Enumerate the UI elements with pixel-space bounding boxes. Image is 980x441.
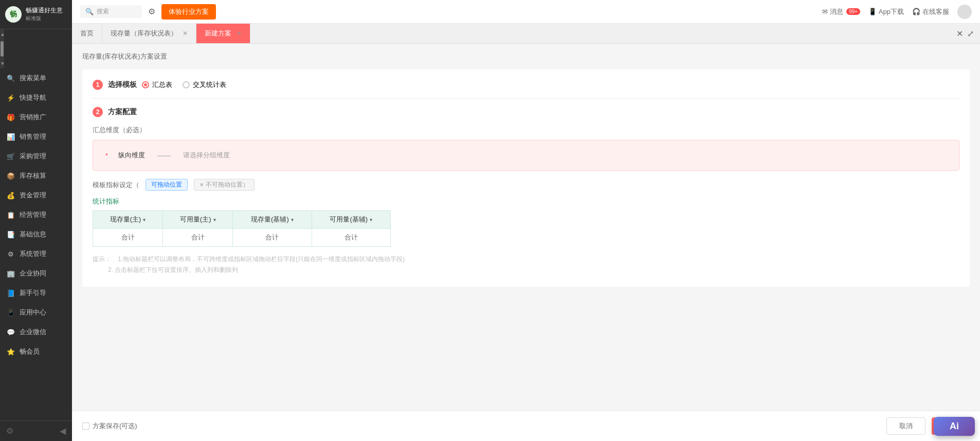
tab-new-plan[interactable]: 新建方案 ✕ xyxy=(196,24,250,43)
mobile-icon: 📱 xyxy=(868,8,877,15)
tab-home[interactable]: 首页 xyxy=(72,24,102,43)
inventory-icon: 📦 xyxy=(6,171,15,180)
headset-icon: 🎧 xyxy=(912,8,920,15)
save-checkbox[interactable] xyxy=(82,422,89,430)
topbar-settings-icon[interactable]: ⚙ xyxy=(148,7,155,16)
stats-section-label: 统计指标 xyxy=(93,197,959,206)
sidebar-item-quick-nav[interactable]: ⚡ 快捷导航 xyxy=(0,88,72,107)
messages-badge: 99+ xyxy=(846,8,860,15)
settings-footer-icon[interactable]: ⚙ xyxy=(6,426,13,436)
tab-close-inventory[interactable]: ✕ xyxy=(183,30,188,37)
sidebar-item-enterprise[interactable]: 🏢 企业协同 xyxy=(0,264,72,283)
step1-header: 1 选择模板 汇总表 交叉统计表 xyxy=(93,80,959,90)
settings-card: 1 选择模板 汇总表 交叉统计表 xyxy=(82,69,970,287)
topbar-right: ✉ 消息 99+ 📱 App下载 🎧 在线客服 xyxy=(822,5,972,19)
membership-icon: ⭐ xyxy=(6,347,15,356)
step2-number: 2 xyxy=(93,107,103,117)
app-edition: 标准版 xyxy=(26,15,63,22)
tips-prefix: 提示： xyxy=(93,255,116,263)
tab-inventory-status[interactable]: 现存量（库存状况表） ✕ xyxy=(102,24,196,43)
sidebar-item-label: 快捷导航 xyxy=(20,93,46,102)
topbar-search-placeholder: 搜索 xyxy=(97,7,109,16)
cancel-button[interactable]: 取消 xyxy=(886,417,925,435)
sidebar-item-membership[interactable]: ⭐ 畅会员 xyxy=(0,342,72,361)
col-header-4[interactable]: 可用量(基辅) ▾ xyxy=(312,211,390,229)
step1-number: 1 xyxy=(93,80,103,90)
page-title: 现存量(库存状况表)方案设置 xyxy=(82,52,970,61)
tip1: 提示： 1.拖动标题栏可以调整布局，不可跨维度或指标区域拖动栏目字段(只能在同一… xyxy=(93,255,959,264)
search-icon: 🔍 xyxy=(6,74,15,83)
collapse-sidebar-icon[interactable]: ◀ xyxy=(60,426,66,436)
sidebar-item-finance[interactable]: 💰 资金管理 xyxy=(0,186,72,205)
enterprise-icon: 🏢 xyxy=(6,269,15,278)
avatar[interactable] xyxy=(957,5,972,19)
sidebar-item-purchase[interactable]: 🛒 采购管理 xyxy=(0,146,72,166)
sidebar-item-marketing[interactable]: 🎁 营销推广 xyxy=(0,107,72,127)
radio-cross-label: 交叉统计表 xyxy=(193,80,226,89)
tip2: 2. 点击标题栏下拉可设置排序、插入列和删除列 xyxy=(93,266,959,274)
trial-btn[interactable]: 体验行业方案 xyxy=(161,4,216,20)
step2-title: 方案配置 xyxy=(108,107,137,117)
main-area: 🔍 搜索 ⚙ 体验行业方案 ✉ 消息 99+ 📱 App下载 🎧 在线客服 首页 xyxy=(72,0,980,441)
radio-cross[interactable]: 交叉统计表 xyxy=(183,80,226,89)
topbar-search[interactable]: 🔍 搜索 xyxy=(80,5,142,18)
sidebar-scrollbar: ▲ ▼ xyxy=(0,29,4,68)
vertical-dim-label: 纵向维度 xyxy=(118,151,145,160)
col-header-2[interactable]: 可用量(主) ▾ xyxy=(163,211,233,229)
ai-float-button[interactable]: Ai xyxy=(934,417,975,436)
indicator-setting-prefix: 模板指标设定（ xyxy=(93,180,139,190)
logo-icon: 畅 xyxy=(5,6,22,23)
quicknav-icon: ⚡ xyxy=(6,93,15,102)
app-name: 畅赚通好生意 xyxy=(26,7,63,15)
sidebar-item-label: 企业协同 xyxy=(20,269,46,278)
basicinfo-icon: 📑 xyxy=(6,230,15,239)
online-service-btn[interactable]: 🎧 在线客服 xyxy=(912,7,949,16)
col1-dropdown-arrow: ▾ xyxy=(143,217,146,223)
radio-summary[interactable]: 汇总表 xyxy=(142,80,172,89)
sidebar-item-operations[interactable]: 📋 经营管理 xyxy=(0,205,72,225)
cell-3: 合计 xyxy=(233,229,312,247)
sales-icon: 📊 xyxy=(6,132,15,141)
scroll-down[interactable]: ▼ xyxy=(0,59,4,68)
template-radio-group: 汇总表 交叉统计表 xyxy=(142,80,226,89)
sidebar-item-app-center[interactable]: 📱 应用中心 xyxy=(0,303,72,322)
app-download-btn[interactable]: 📱 App下载 xyxy=(868,7,904,16)
sidebar-item-system[interactable]: ⚙ 系统管理 xyxy=(0,244,72,264)
expand-panel-icon[interactable]: ⤢ xyxy=(967,29,974,39)
tab-close-new-plan[interactable]: ✕ xyxy=(237,30,242,37)
cell-2: 合计 xyxy=(163,229,233,247)
topbar-search-icon: 🔍 xyxy=(85,8,94,15)
col2-dropdown-arrow: ▾ xyxy=(213,217,216,223)
save-option[interactable]: 方案保存(可选) xyxy=(82,421,137,431)
step1-title: 选择模板 xyxy=(108,80,137,89)
radio-summary-label: 汇总表 xyxy=(152,80,172,89)
appcenter-icon: 📱 xyxy=(6,308,15,317)
scroll-up[interactable]: ▲ xyxy=(0,29,4,39)
step2-header: 2 方案配置 xyxy=(93,107,959,117)
sidebar-nav: 🔍 搜索菜单 ⚡ 快捷导航 🎁 营销推广 📊 销售管理 🛒 采购管理 📦 库存核… xyxy=(0,68,72,420)
col3-dropdown-arrow: ▾ xyxy=(291,217,294,223)
vertical-dim-placeholder[interactable]: 请选择分组维度 xyxy=(183,151,230,160)
sidebar-item-basic-info[interactable]: 📑 基础信息 xyxy=(0,225,72,244)
messages-btn[interactable]: ✉ 消息 99+ xyxy=(822,7,860,16)
sidebar-footer: ⚙ ◀ xyxy=(0,420,72,441)
sidebar-item-inventory[interactable]: 📦 库存核算 xyxy=(0,166,72,186)
app-logo: 畅 畅赚通好生意 标准版 xyxy=(0,0,72,29)
sidebar-item-label: 采购管理 xyxy=(20,152,46,161)
col-header-1[interactable]: 现存量(主) ▾ xyxy=(93,211,163,229)
non-draggable-tag: 不可拖动位置） xyxy=(194,179,255,191)
stats-table: 现存量(主) ▾ 可用量(主) ▾ xyxy=(93,210,391,247)
sidebar-item-wechat[interactable]: 💬 企业微信 xyxy=(0,322,72,342)
wechat-icon: 💬 xyxy=(6,327,15,337)
sidebar-item-newbie[interactable]: 📘 新手引导 xyxy=(0,283,72,303)
sidebar-item-sales[interactable]: 📊 销售管理 xyxy=(0,127,72,146)
sidebar-item-label: 搜索菜单 xyxy=(20,74,46,83)
sidebar-item-label: 库存核算 xyxy=(20,171,46,180)
stats-section: 统计指标 现存量(主) ▾ xyxy=(93,197,959,247)
col-header-3[interactable]: 现存量(基辅) ▾ xyxy=(233,211,312,229)
tip2-spacer xyxy=(93,266,106,273)
system-icon: ⚙ xyxy=(6,249,15,259)
topbar: 🔍 搜索 ⚙ 体验行业方案 ✉ 消息 99+ 📱 App下载 🎧 在线客服 xyxy=(72,0,980,24)
close-panel-icon[interactable]: ✕ xyxy=(956,29,963,39)
sidebar-item-search[interactable]: 🔍 搜索菜单 xyxy=(0,68,72,88)
